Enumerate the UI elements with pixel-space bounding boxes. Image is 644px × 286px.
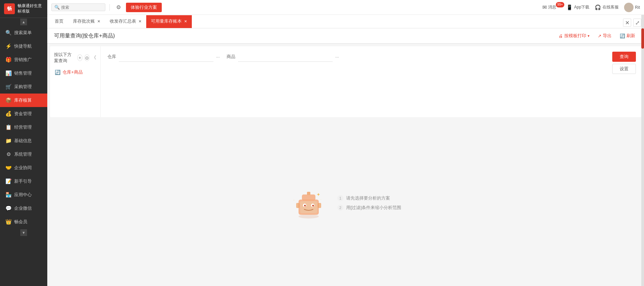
sidebar-header: 畅 畅康通好生意 标准版	[0, 0, 47, 18]
page-content: 可用量查询(按仓库+商品) 🖨 按模板打印 ▾ ↗ 导出 🔄 刷新	[47, 28, 644, 286]
sales-icon: 📊	[5, 70, 11, 76]
sidebar-item-label: 系统管理	[14, 151, 32, 157]
sidebar-item-enterprise[interactable]: 🤝 企业协同	[0, 161, 47, 175]
print-icon: 🖨	[559, 33, 563, 38]
sidebar-item-shortcut[interactable]: ⚡ 快捷导航	[0, 40, 47, 53]
query-plan-item-warehouse-goods[interactable]: 🔄 仓库+商品	[50, 67, 100, 78]
empty-state: ✦ · · 1 请先选择要分析的方案 2 用[过滤]条件来缩小分析范围	[47, 120, 644, 286]
tab-batch[interactable]: 库存批次账 ✕	[68, 15, 105, 28]
avatar	[624, 3, 634, 12]
filter-area: 仓库 ··· 商品 ···	[101, 46, 607, 117]
operations-icon: 📋	[5, 124, 11, 130]
close-tab-button[interactable]: ✕	[623, 19, 631, 27]
enterprise-icon: 🤝	[5, 165, 11, 171]
sidebar-item-operations[interactable]: 📋 经营管理	[0, 121, 47, 134]
tab-summary-close[interactable]: ✕	[138, 20, 141, 23]
svg-point-5	[304, 205, 306, 207]
app-download-label: App下载	[574, 4, 589, 10]
sidebar-nav: ▲ 🔍 搜索菜单 ⚡ 快捷导航 🎁 营销推广 📊 销售管理 🛒 采购管理 📦 库…	[0, 18, 47, 286]
tab-home[interactable]: 首页	[50, 15, 68, 28]
warehouse-filter-label: 仓库	[107, 54, 116, 60]
export-icon: ↗	[598, 33, 601, 38]
svg-rect-10	[307, 192, 310, 195]
sidebar-item-label: 销售管理	[14, 70, 32, 76]
user-name: Rit	[635, 5, 640, 10]
refresh-button[interactable]: 🔄 刷新	[618, 32, 637, 40]
sidebar-item-appstore[interactable]: 🏪 应用中心	[0, 188, 47, 202]
sidebar-item-basics[interactable]: 📁 基础信息	[0, 134, 47, 148]
page-actions: 🖨 按模板打印 ▾ ↗ 导出 🔄 刷新	[557, 32, 637, 40]
print-button[interactable]: 🖨 按模板打印 ▾	[557, 32, 592, 40]
query-plan-label: 仓库+商品	[62, 69, 83, 75]
tab-home-label: 首页	[55, 18, 63, 24]
sidebar-title-block: 畅康通好生意 标准版	[18, 3, 42, 14]
print-dropdown-icon: ▾	[588, 34, 590, 38]
export-label: 导出	[603, 33, 612, 39]
message-icon: ✉	[542, 4, 547, 10]
svg-rect-9	[302, 194, 315, 201]
plan-settings-button[interactable]: ⊙	[84, 54, 89, 61]
sidebar-item-label: 搜索菜单	[14, 30, 32, 36]
collapse-sidebar-button[interactable]: 《	[92, 55, 96, 61]
message-button[interactable]: ✉ 消息 99+	[542, 4, 561, 10]
goods-filter-more[interactable]: ···	[335, 54, 339, 59]
tab-summary-label: 收发存汇总表	[110, 18, 136, 24]
online-service-button[interactable]: 🎧 在线客服	[595, 4, 619, 10]
tab-batch-close[interactable]: ✕	[97, 20, 100, 23]
refresh-label: 刷新	[626, 33, 635, 39]
topbar: 🔍 ⚙ 体验行业方案 ✉ 消息 99+ 📱 App下载 🎧 在线客服 Rit	[47, 0, 644, 15]
svg-point-6	[312, 205, 314, 207]
sidebar-item-wechat[interactable]: 💬 企业微信	[0, 202, 47, 215]
sidebar-item-label: 新手引导	[14, 178, 32, 184]
sidebar-item-sales[interactable]: 📊 销售管理	[0, 67, 47, 80]
sidebar-item-inventory[interactable]: 📦 库存核算	[0, 94, 47, 107]
right-scrollbar[interactable]	[641, 15, 644, 286]
goods-filter-label: 商品	[227, 54, 235, 60]
svg-rect-8	[318, 203, 321, 208]
warehouse-filter-input[interactable]	[119, 52, 213, 62]
basics-icon: 📁	[5, 138, 11, 144]
industry-solution-button[interactable]: 体验行业方案	[126, 3, 162, 12]
phone-icon: 📱	[566, 4, 573, 10]
query-plan-sidebar: 按以下方案查询 ＋ ⊙ 《 🔄 仓库+商品	[50, 46, 101, 117]
user-avatar-button[interactable]: Rit	[624, 3, 640, 12]
sidebar-item-finance[interactable]: 💰 资金管理	[0, 107, 47, 121]
search-input[interactable]	[61, 5, 102, 10]
finance-icon: 💰	[5, 111, 11, 117]
shortcut-icon: ⚡	[5, 43, 11, 49]
app-logo: 畅	[4, 3, 15, 14]
warehouse-filter-more[interactable]: ···	[216, 54, 220, 59]
search-icon: 🔍	[54, 5, 60, 10]
query-sidebar-header: 按以下方案查询 ＋ ⊙ 《	[50, 50, 100, 67]
goods-filter-input[interactable]	[238, 52, 333, 62]
sidebar-item-marketing[interactable]: 🎁 营销推广	[0, 53, 47, 67]
inventory-icon: 📦	[5, 97, 11, 103]
scrollbar-thumb[interactable]	[641, 28, 644, 49]
filter-field-warehouse: 仓库 ···	[107, 52, 220, 62]
scroll-down-btn[interactable]: ▼	[20, 229, 27, 236]
empty-hint-2: 2 用[过滤]条件来缩小分析范围	[337, 205, 401, 211]
sidebar-item-system[interactable]: ⚙ 系统管理	[0, 148, 47, 161]
tab-available-close[interactable]: ✕	[184, 20, 187, 23]
app-download-button[interactable]: 📱 App下载	[566, 4, 589, 10]
fullscreen-tab-button[interactable]: ⤢	[633, 19, 641, 27]
sidebar-item-purchase[interactable]: 🛒 采购管理	[0, 80, 47, 94]
page-title: 可用量查询(按仓库+商品)	[54, 32, 115, 40]
settings-icon[interactable]: ⚙	[114, 3, 123, 12]
sidebar-item-label: 企业协同	[14, 165, 32, 171]
settings-button[interactable]: 设置	[612, 64, 636, 74]
topbar-search-box[interactable]: 🔍	[51, 3, 105, 11]
sidebar-item-label: 应用中心	[14, 192, 32, 198]
search-menu-icon: 🔍	[5, 30, 11, 36]
tab-available[interactable]: 可用量库存账本 ✕	[146, 15, 192, 28]
export-button[interactable]: ↗ 导出	[596, 32, 614, 40]
sidebar-item-guide[interactable]: 📝 新手引导	[0, 175, 47, 188]
query-button[interactable]: 查询	[612, 52, 636, 62]
add-plan-button[interactable]: ＋	[77, 54, 82, 61]
scroll-up-btn[interactable]: ▲	[20, 19, 27, 25]
tabs-right-controls: ✕ ⤢	[623, 19, 641, 28]
sidebar-item-member[interactable]: 👑 畅会员	[0, 215, 47, 229]
sidebar-item-search[interactable]: 🔍 搜索菜单	[0, 26, 47, 40]
tab-summary[interactable]: 收发存汇总表 ✕	[105, 15, 146, 28]
message-badge: 99+	[556, 2, 564, 7]
